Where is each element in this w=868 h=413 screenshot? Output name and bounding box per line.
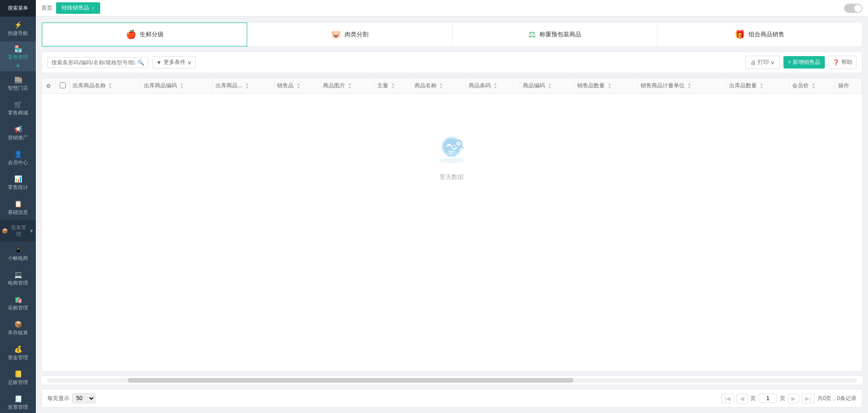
svg-point-3 [448,144,449,146]
sidebar-item-label: 资金管理 [8,354,28,361]
svg-point-0 [439,158,465,163]
help-icon: ❓ [833,59,840,66]
sort-icon: ▲▼ [608,82,612,90]
th-member-price[interactable]: 会员价 ▲▼ [789,78,835,94]
sidebar-item-label: 智慧门店 [8,85,28,92]
sidebar-item-smart-store[interactable]: 🏬 智慧门店 [0,71,36,96]
prev-page-button[interactable]: ◀ [737,394,748,403]
print-button[interactable]: 🖨 打印 ∨ [745,56,780,69]
th-weight[interactable]: 主量 ▲▼ [374,78,412,94]
sidebar-item-general-ledger[interactable]: 📒 总账管理 [0,366,36,390]
new-button[interactable]: + 新增销售品 [783,56,825,69]
page-input[interactable] [759,394,777,403]
tab-combo[interactable]: 🎁 组合商品销售 [658,23,862,46]
tab-combo-label: 组合商品销售 [749,30,784,39]
filter-icon: ▼ [156,59,162,66]
first-page-button[interactable]: |◀ [721,394,734,403]
sidebar-item-ecom-mgmt[interactable]: 💻 电商管理 [0,266,36,291]
sidebar-logo[interactable]: 搜索菜单 [0,0,36,17]
next-page-button[interactable]: ▶ [788,394,799,403]
filter-button[interactable]: ▼ 更多条件 ∨ [152,56,196,69]
sort-icon: ▲▼ [391,82,395,90]
tab-fresh[interactable]: 🍎 生鲜分级 [41,22,248,47]
sort-icon: ▲▼ [245,82,249,90]
sidebar-item-retail-mgmt[interactable]: 🏪 零售管理 ▲ [0,41,36,71]
sidebar: 搜索菜单 ⚡ 快捷导航 🏪 零售管理 ▲ 🏬 智慧门店 🛒 零售商城 📢 营销推… [0,0,36,413]
th-checkbox[interactable] [56,78,69,94]
sidebar-item-inventory[interactable]: 📦 库存核算 [0,316,36,341]
th-actions: 操作 [835,78,862,94]
th-goods-barcode[interactable]: 商品条码 ▲▼ [465,78,520,94]
sidebar-item-marketing[interactable]: 📢 营销推广 [0,121,36,146]
toolbar: 🔍 ▼ 更多条件 ∨ 🖨 打印 ∨ + 新增销售品 ❓ [41,52,862,73]
th-goods-name[interactable]: 商品名称 ▲▼ [411,78,465,94]
sidebar-item-mini-ecom[interactable]: 📱 小畅电商 [0,241,36,266]
search-input[interactable] [51,59,136,66]
sidebar-item-label: 小畅电商 [8,255,28,262]
horizontal-scrollbar[interactable] [47,378,857,383]
th-settings[interactable]: ⚙ [42,78,56,94]
sidebar-item-retail-stats[interactable]: 📊 零售统计 [0,171,36,195]
sidebar-item-label: 采购管理 [8,304,28,311]
sidebar-item-member-center[interactable]: 👤 会员中心 [0,146,36,171]
sidebar-item-label: 库存核算 [8,329,28,336]
th-out-spec[interactable]: 出库商品... ▲▼ [213,78,274,94]
fresh-icon: 🍎 [126,29,136,40]
sidebar-item-label: 零售管理 [8,54,28,61]
help-button[interactable]: ❓ 帮助 [828,56,857,69]
sidebar-item-quick-nav[interactable]: ⚡ 快捷导航 [0,17,36,41]
print-label: 打印 [758,58,769,66]
sidebar-item-retail-mall[interactable]: 🛒 零售商城 [0,96,36,121]
sort-icon: ▲▼ [548,82,552,90]
select-all-checkbox[interactable] [60,82,66,88]
sidebar-item-finance[interactable]: 💰 资金管理 [0,341,36,366]
sidebar-item-purchase-mgmt[interactable]: 🛍️ 采购管理 [0,291,36,316]
stats-icon: 📊 [14,175,22,183]
combo-icon: 🎁 [735,29,745,40]
page-nav: |◀ ◀ 页 页 ▶ ▶| 共0页，0条记录 [721,394,857,403]
per-page-select[interactable]: 50 20 100 200 [72,393,96,403]
th-img[interactable]: 商品图片 ▲▼ [320,78,374,94]
search-icon: 🔍 [137,59,144,66]
th-sales-unit[interactable]: 销售商品计量单位 ▲▼ [637,78,726,94]
sidebar-item-wholesale-mgmt[interactable]: 📦 批发管理 ▼ [0,220,36,241]
data-table-container: ⚙ 出库商品名称 ▲▼ 出库商品编码 ▲▼ 出库商品... ▲▼ [41,78,862,372]
scrollbar-thumb[interactable] [128,378,573,383]
filter-chevron: ∨ [187,59,192,66]
tab-scale[interactable]: ⚖ 称重预包装商品 [453,23,658,46]
th-sales-item[interactable]: 销售品 ▲▼ [274,78,320,94]
last-page-button[interactable]: ▶| [802,394,814,403]
th-sales-qty[interactable]: 销售品数量 ▲▼ [574,78,637,94]
per-page-label: 每页显示 [47,395,69,402]
home-link[interactable]: 首页 [41,4,52,12]
page-size-control: 每页显示 50 20 100 200 [47,393,96,403]
finance-icon: 💰 [14,345,22,353]
sidebar-item-label: 批发管理 [10,224,28,238]
sort-icon: ▲▼ [687,82,691,90]
inventory-icon: 📦 [14,321,22,328]
th-out-name[interactable]: 出库商品名称 ▲▼ [69,78,141,94]
search-box[interactable]: 🔍 [47,57,148,68]
sidebar-item-basic-info[interactable]: 📋 基础信息 [0,195,36,220]
sidebar-item-invoice-mgmt[interactable]: 🧾 发票管理 [0,390,36,413]
chevron-icon: ▲ [16,62,21,68]
sidebar-item-label: 发票管理 [8,404,28,411]
active-tab[interactable]: 特殊销售品 × [56,2,100,14]
tab-scale-label: 称重预包装商品 [539,30,581,39]
th-out-qty[interactable]: 出库品数量 ▲▼ [726,78,789,94]
close-tab-icon[interactable]: × [92,6,95,11]
scale-icon: ⚖ [528,29,536,40]
toggle-switch[interactable] [844,4,862,13]
invoice-icon: 🧾 [14,395,22,402]
th-out-code[interactable]: 出库商品编码 ▲▼ [141,78,213,94]
sidebar-item-label: 基础信息 [8,209,28,216]
quick-nav-icon: ⚡ [14,21,22,29]
th-goods-code[interactable]: 商品编码 ▲▼ [520,78,574,94]
marketing-icon: 📢 [14,126,22,133]
empty-text: 暂无数据 [440,173,464,181]
print-chevron: ∨ [771,59,775,66]
tab-meat[interactable]: 🐷 肉类分割 [247,23,452,46]
svg-rect-5 [447,150,456,156]
sidebar-item-label: 快捷导航 [8,30,28,37]
sort-icon: ▲▼ [494,82,497,90]
